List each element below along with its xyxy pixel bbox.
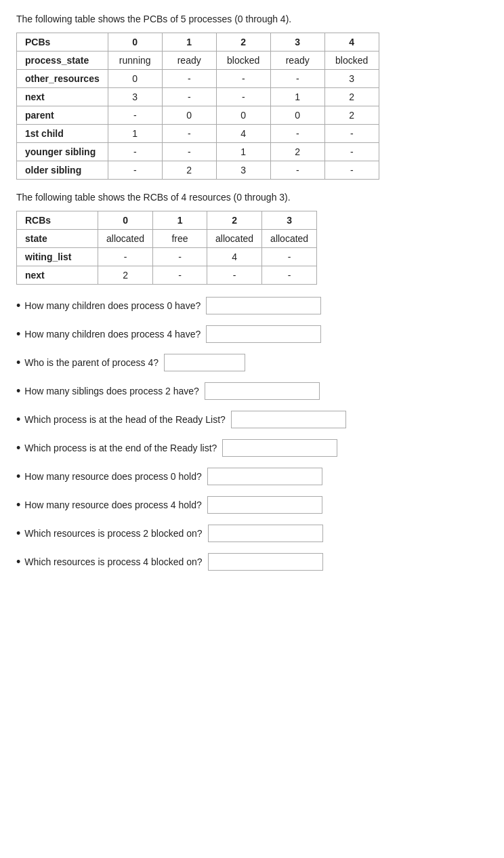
- pcb-cell-1-1: 0: [108, 70, 162, 88]
- table-row: process_staterunningreadyblockedreadyblo…: [17, 52, 379, 70]
- bullet-icon: •: [16, 442, 20, 454]
- pcb-header-1: 0: [108, 33, 162, 52]
- intro-rcb-text: The following table shows the RCBs of 4 …: [16, 192, 488, 203]
- pcb-cell-5-3: 1: [216, 143, 270, 161]
- pcb-cell-6-1: -: [108, 161, 162, 180]
- question-label-4: How many siblings does process 2 have?: [24, 386, 199, 396]
- pcb-cell-6-5: -: [324, 161, 379, 180]
- pcb-cell-2-1: 3: [108, 88, 162, 106]
- rcb-header-0: RCBs: [17, 211, 98, 230]
- pcb-cell-4-2: -: [162, 125, 216, 143]
- pcb-cell-6-4: -: [270, 161, 324, 180]
- bullet-icon: •: [16, 356, 20, 369]
- pcb-cell-0-2: ready: [162, 52, 216, 70]
- pcb-cell-1-4: -: [270, 70, 324, 88]
- pcb-header-3: 2: [216, 33, 270, 52]
- pcb-cell-1-0: other_resources: [17, 70, 108, 88]
- pcb-cell-3-0: parent: [17, 106, 108, 125]
- question-row-1: •How many children does process 0 have?: [16, 297, 488, 314]
- bullet-icon: •: [16, 385, 20, 397]
- bullet-icon: •: [16, 300, 20, 312]
- question-label-3: Who is the parent of process 4?: [24, 357, 159, 368]
- answer-input-6[interactable]: [222, 439, 337, 457]
- pcb-cell-3-5: 2: [324, 106, 379, 125]
- table-row: stateallocatedfreeallocatedallocated: [17, 230, 317, 248]
- table-row: other_resources0---3: [17, 70, 379, 88]
- bullet-icon: •: [16, 556, 20, 568]
- table-row: next2---: [17, 266, 317, 285]
- rcb-cell-0-1: allocated: [98, 230, 153, 248]
- pcb-header-0: PCBs: [17, 33, 108, 52]
- answer-input-8[interactable]: [207, 496, 322, 514]
- rcb-cell-0-2: free: [153, 230, 207, 248]
- pcb-cell-1-5: 3: [324, 70, 379, 88]
- bullet-icon: •: [16, 527, 20, 539]
- pcb-cell-3-3: 0: [216, 106, 270, 125]
- pcb-cell-4-3: 4: [216, 125, 270, 143]
- rcb-cell-2-4: -: [262, 266, 317, 285]
- rcb-cell-0-4: allocated: [262, 230, 317, 248]
- pcb-table: PCBs01234 process_staterunningreadyblock…: [16, 33, 379, 180]
- pcb-cell-2-3: -: [216, 88, 270, 106]
- pcb-cell-0-0: process_state: [17, 52, 108, 70]
- answer-input-3[interactable]: [164, 354, 245, 371]
- question-label-6: Which process is at the end of the Ready…: [24, 443, 217, 453]
- answer-input-10[interactable]: [208, 553, 323, 571]
- answer-input-9[interactable]: [208, 525, 323, 542]
- table-row: next3--12: [17, 88, 379, 106]
- pcb-cell-3-1: -: [108, 106, 162, 125]
- rcb-cell-2-3: -: [207, 266, 262, 285]
- question-label-2: How many children does process 4 have?: [24, 329, 201, 340]
- table-row: 1st child1-4--: [17, 125, 379, 143]
- rcb-cell-0-0: state: [17, 230, 98, 248]
- rcb-cell-2-0: next: [17, 266, 98, 285]
- bullet-icon: •: [16, 499, 20, 511]
- answer-input-4[interactable]: [205, 382, 320, 400]
- pcb-header-4: 3: [270, 33, 324, 52]
- answer-input-1[interactable]: [206, 297, 321, 314]
- pcb-cell-4-1: 1: [108, 125, 162, 143]
- pcb-cell-4-0: 1st child: [17, 125, 108, 143]
- rcb-header-2: 1: [153, 211, 207, 230]
- bullet-icon: •: [16, 413, 20, 426]
- pcb-header-2: 1: [162, 33, 216, 52]
- question-label-9: Which resources is process 2 blocked on?: [24, 528, 202, 539]
- rcb-cell-2-2: -: [153, 266, 207, 285]
- rcb-cell-1-4: -: [262, 248, 317, 266]
- pcb-cell-5-2: -: [162, 143, 216, 161]
- pcb-cell-6-2: 2: [162, 161, 216, 180]
- pcb-cell-0-3: blocked: [216, 52, 270, 70]
- pcb-cell-0-5: blocked: [324, 52, 379, 70]
- pcb-cell-1-3: -: [216, 70, 270, 88]
- answer-input-5[interactable]: [231, 411, 346, 428]
- bullet-icon: •: [16, 328, 20, 340]
- pcb-cell-5-0: younger sibling: [17, 143, 108, 161]
- question-row-4: •How many siblings does process 2 have?: [16, 382, 488, 400]
- question-row-8: •How many resource does process 4 hold?: [16, 496, 488, 514]
- rcb-cell-0-3: allocated: [207, 230, 262, 248]
- pcb-cell-3-4: 0: [270, 106, 324, 125]
- answer-input-7[interactable]: [207, 468, 322, 485]
- rcb-cell-1-0: witing_list: [17, 248, 98, 266]
- pcb-cell-2-4: 1: [270, 88, 324, 106]
- question-label-1: How many children does process 0 have?: [24, 300, 201, 311]
- intro-pcb-text: The following table shows the PCBs of 5 …: [16, 14, 488, 24]
- rcb-header-1: 0: [98, 211, 153, 230]
- question-row-6: •Which process is at the end of the Read…: [16, 439, 488, 457]
- pcb-header-5: 4: [324, 33, 379, 52]
- pcb-cell-1-2: -: [162, 70, 216, 88]
- pcb-cell-6-3: 3: [216, 161, 270, 180]
- pcb-cell-2-2: -: [162, 88, 216, 106]
- question-label-10: Which resources is process 4 blocked on?: [24, 556, 202, 567]
- pcb-cell-0-4: ready: [270, 52, 324, 70]
- table-row: witing_list--4-: [17, 248, 317, 266]
- question-row-9: •Which resources is process 2 blocked on…: [16, 525, 488, 542]
- pcb-cell-0-1: running: [108, 52, 162, 70]
- question-row-2: •How many children does process 4 have?: [16, 325, 488, 343]
- rcb-cell-2-1: 2: [98, 266, 153, 285]
- rcb-cell-1-2: -: [153, 248, 207, 266]
- pcb-cell-2-5: 2: [324, 88, 379, 106]
- table-row: older sibling-23--: [17, 161, 379, 180]
- rcb-cell-1-3: 4: [207, 248, 262, 266]
- answer-input-2[interactable]: [206, 325, 321, 343]
